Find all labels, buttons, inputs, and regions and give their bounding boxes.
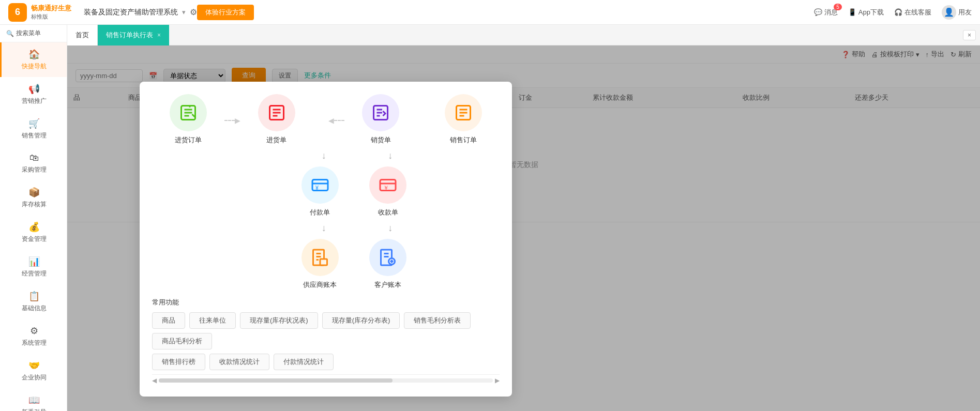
sidebar-item-collab[interactable]: 🤝 企业协同 — [0, 354, 67, 388]
wf-row-4-arrows: ↓ ↓ — [152, 221, 500, 235]
quick-functions-title: 常用功能 — [152, 298, 500, 307]
marketing-icon: 📢 — [28, 83, 40, 95]
customer-account-circle — [369, 239, 406, 276]
scroll-area: ◀ ▶ — [152, 374, 500, 384]
purchase-bill-circle — [258, 94, 295, 131]
payment-circle: ¥ — [301, 166, 339, 204]
quick-btn-product-profit[interactable]: 商品毛利分析 — [152, 333, 212, 349]
wf-node-customer-account[interactable]: 客户账本 — [354, 239, 422, 290]
sidebar-item-system[interactable]: ⚙ 系统管理 — [0, 319, 67, 354]
svg-rect-16 — [312, 180, 328, 191]
quick-functions-section: 常用功能 商品 往来单位 现存量(库存状况表) 现存量(库存分布表) 销售毛利分… — [152, 298, 500, 370]
wf-node-purchase-bill[interactable]: 进货单 — [240, 94, 313, 145]
search-menu[interactable]: 🔍 搜索菜单 — [0, 25, 67, 42]
system-title: 装备及固定资产辅助管理系统 — [84, 8, 178, 17]
tab-home[interactable]: 首页 — [67, 25, 98, 45]
system-icon: ⚙ — [30, 325, 38, 337]
tab-bar: 首页 销售订单执行表 × × — [67, 25, 980, 45]
arrow-po-to-pb: ▶ — [224, 102, 240, 137]
wf-row-1: 进货订单 ▶ — [152, 94, 500, 145]
app-download-item[interactable]: 📱 App下载 — [848, 8, 884, 17]
modal-box: 进货订单 ▶ — [140, 82, 512, 397]
message-badge: 5 — [834, 4, 842, 10]
avatar: 👤 — [942, 5, 956, 20]
svg-text:¥: ¥ — [315, 185, 319, 191]
quick-btn-product[interactable]: 商品 — [152, 312, 185, 329]
basic-icon: 📋 — [28, 291, 40, 302]
sales-order-circle — [445, 94, 482, 131]
logo-text: 畅康通好生意 标惟版 — [31, 4, 71, 20]
purchase-order-circle — [170, 94, 207, 131]
supplier-account-circle — [301, 239, 339, 276]
sales-icon: 🛒 — [28, 118, 40, 129]
wf-node-receipt[interactable]: ￥ 收款单 — [354, 166, 422, 217]
scroll-left-arrow[interactable]: ◀ — [152, 377, 157, 384]
message-icon: 💬 — [814, 8, 822, 16]
arrow-down-pb: ↓ — [322, 149, 326, 162]
quick-btn-counterparty[interactable]: 往来单位 — [189, 312, 236, 329]
finance-icon: 💰 — [28, 221, 40, 233]
topbar-right: 💬 消息 5 📱 App下载 🎧 在线客服 👤 用友 — [814, 5, 972, 20]
sidebar-item-operation[interactable]: 📊 经营管理 — [0, 250, 67, 284]
wf-node-payment[interactable]: ¥ 付款单 — [286, 166, 354, 217]
quick-btn-sales-profit[interactable]: 销售毛利分析表 — [404, 312, 471, 329]
sidebar-item-inventory[interactable]: 📦 库存核算 — [0, 180, 67, 215]
wf-node-supplier-account[interactable]: 供应商账本 — [286, 239, 354, 290]
headset-icon: 🎧 — [894, 8, 902, 16]
close-all-tabs-button[interactable]: × — [963, 30, 976, 40]
svg-rect-26 — [320, 259, 327, 265]
scrollbar-thumb — [159, 378, 393, 383]
message-item[interactable]: 💬 消息 5 — [814, 8, 838, 17]
settings-icon[interactable]: ⚙ — [190, 7, 197, 17]
sidebar-item-newbie[interactable]: 📖 新手引导 — [0, 388, 67, 411]
logo-area: 6 畅康通好生意 标惟版 — [8, 3, 76, 22]
system-title-area: 装备及固定资产辅助管理系统 ▾ ⚙ — [84, 7, 197, 17]
purchase-icon: 🛍 — [29, 153, 39, 163]
tab-bar-end: × — [963, 30, 980, 40]
tab-sales-order[interactable]: 销售订单执行表 × — [98, 25, 169, 45]
scrollbar-track[interactable] — [159, 378, 493, 383]
wf-row-2-arrows: ↓ ↓ — [152, 149, 500, 162]
online-service-item[interactable]: 🎧 在线客服 — [894, 8, 931, 17]
receipt-circle: ￥ — [369, 166, 406, 204]
home-icon: 🏠 — [28, 49, 40, 60]
app-logo: 6 — [8, 3, 27, 22]
sidebar: 🔍 搜索菜单 🏠 快捷导航 📢 营销推广 🛒 销售管理 🛍 采购管理 📦 — [0, 25, 67, 411]
inventory-icon: 📦 — [28, 187, 40, 198]
download-icon: 📱 — [848, 8, 856, 16]
wf-node-sales-bill[interactable]: 销货单 — [344, 94, 417, 145]
quick-btn-stock-status[interactable]: 现存量(库存状况表) — [240, 312, 318, 329]
svg-text:￥: ￥ — [383, 185, 389, 191]
sidebar-item-quick[interactable]: 🏠 快捷导航 — [0, 42, 67, 77]
arrow-down-sb: ↓ — [388, 149, 393, 162]
system-dropdown-icon[interactable]: ▾ — [182, 8, 186, 16]
sidebar-item-marketing[interactable]: 📢 营销推广 — [0, 77, 67, 112]
tab-close-icon[interactable]: × — [157, 32, 161, 39]
wf-node-sales-order[interactable]: 销售订单 — [427, 94, 500, 145]
scroll-right-arrow[interactable]: ▶ — [495, 377, 500, 384]
wf-row-5: 供应商账本 — [152, 239, 500, 290]
sidebar-item-sales[interactable]: 🛒 销售管理 — [0, 112, 67, 146]
trial-button[interactable]: 体验行业方案 — [197, 5, 254, 20]
quick-btn-sales-rank[interactable]: 销售排行榜 — [152, 354, 205, 370]
arrow-down-pay: ↓ — [322, 221, 326, 235]
user-item[interactable]: 👤 用友 — [942, 5, 972, 20]
arrow-down-rec: ↓ — [388, 221, 393, 235]
quick-btn-stock-dist[interactable]: 现存量(库存分布表) — [322, 312, 400, 329]
sales-bill-circle — [362, 94, 399, 131]
wf-row-3: ¥ 付款单 — [152, 166, 500, 217]
operation-icon: 📊 — [28, 256, 40, 267]
quick-buttons-row2: 销售排行榜 收款情况统计 付款情况统计 — [152, 354, 500, 370]
quick-btn-payment-stat[interactable]: 付款情况统计 — [274, 354, 334, 370]
quick-btn-receipt-stat[interactable]: 收款情况统计 — [209, 354, 269, 370]
sidebar-item-purchase[interactable]: 🛍 采购管理 — [0, 146, 67, 180]
arrow-so-to-sb: ◀ — [328, 102, 344, 137]
sidebar-item-basic[interactable]: 📋 基础信息 — [0, 284, 67, 319]
content-body: ❓ 帮助 🖨 按模板打印 ▾ ↑ 导出 — [67, 45, 980, 411]
wf-node-purchase-order[interactable]: 进货订单 — [152, 94, 224, 145]
quick-buttons-row1: 商品 往来单位 现存量(库存状况表) 现存量(库存分布表) 销售毛利分析表 商品… — [152, 312, 500, 349]
newbie-icon: 📖 — [28, 394, 40, 406]
modal-overlay: 进货订单 ▶ — [67, 45, 980, 411]
sidebar-item-finance[interactable]: 💰 资金管理 — [0, 215, 67, 250]
search-icon: 🔍 — [6, 30, 14, 37]
